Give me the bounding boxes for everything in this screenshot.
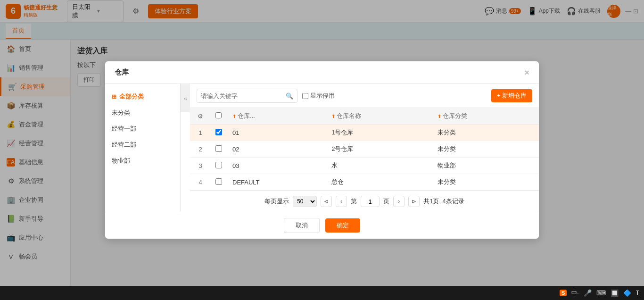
- settings-icon: ⚙: [198, 113, 203, 120]
- diamond-icon[interactable]: 🔷: [623, 289, 631, 297]
- per-page-select[interactable]: 102050100: [293, 196, 317, 207]
- row-num: 1: [190, 125, 211, 141]
- pagination-summary: 共1页, 4条记录: [423, 197, 464, 206]
- row-category: 物业部: [433, 158, 539, 174]
- show-disabled-checkbox[interactable]: [302, 93, 308, 99]
- screen-icon[interactable]: 🔲: [611, 289, 619, 297]
- warehouse-modal: 仓库 × ⊞ 全部分类 未分类 经营一部 经营二部: [105, 61, 539, 239]
- col-settings: ⚙: [190, 108, 211, 125]
- row-num: 4: [190, 174, 211, 191]
- row-category: 未分类: [433, 174, 539, 191]
- modal-title: 仓库: [115, 68, 129, 77]
- row-checkbox-cell: [211, 174, 228, 191]
- add-warehouse-btn[interactable]: + 新增仓库: [491, 89, 532, 102]
- microphone-icon[interactable]: 🎤: [584, 289, 592, 297]
- warehouse-table: ⚙ ⬆ 仓库...: [190, 108, 539, 191]
- row-code: 03: [228, 158, 327, 174]
- row-checkbox-cell: [211, 125, 228, 141]
- modal-toolbar: 🔍 显示停用 + 新增仓库: [190, 84, 539, 108]
- row-checkbox[interactable]: [215, 145, 222, 152]
- table-row[interactable]: 1 01 1号仓库 未分类: [190, 125, 539, 141]
- modal-pagination: 每页显示 102050100 ⊲ ‹ 第 页 › ⊳ 共1页, 4条记录: [190, 191, 539, 212]
- row-code: DEFAULT: [228, 174, 327, 191]
- row-name: 1号仓库: [327, 125, 433, 141]
- category-ops2[interactable]: 经营二部: [105, 137, 180, 153]
- category-unclassified[interactable]: 未分类: [105, 105, 180, 121]
- row-code: 01: [228, 125, 327, 141]
- sidebar-collapse-btn[interactable]: «: [181, 84, 190, 112]
- col-category: ⬆ 仓库分类: [433, 108, 539, 125]
- sort-icon: ⬆: [232, 114, 236, 119]
- sort-icon2: ⬆: [331, 114, 335, 119]
- modal-overlay: 仓库 × ⊞ 全部分类 未分类 经营一部 经营二部: [0, 0, 644, 300]
- col-name: ⬆ 仓库名称: [327, 108, 433, 125]
- page-label-after: 页: [383, 197, 389, 206]
- prev-page-btn[interactable]: ‹: [336, 196, 347, 207]
- row-checkbox[interactable]: [215, 178, 222, 185]
- col-code: ⬆ 仓库...: [228, 108, 327, 125]
- row-checkbox[interactable]: [215, 162, 222, 168]
- keyboard-icon[interactable]: ⌨: [596, 289, 606, 297]
- bottom-bar: S 中· 🎤 ⌨ 🔲 🔷 T: [0, 286, 644, 300]
- row-category: 未分类: [433, 141, 539, 158]
- confirm-button[interactable]: 确定: [325, 218, 360, 233]
- category-property[interactable]: 物业部: [105, 153, 180, 169]
- row-category: 未分类: [433, 125, 539, 141]
- row-name: 水: [327, 158, 433, 174]
- modal-category-sidebar: ⊞ 全部分类 未分类 经营一部 经营二部 物业部: [105, 84, 181, 212]
- modal-close-btn[interactable]: ×: [524, 68, 529, 77]
- last-page-btn[interactable]: ⊳: [408, 196, 420, 207]
- grid-icon: ⊞: [112, 93, 116, 100]
- row-checkbox[interactable]: [215, 129, 222, 135]
- chinese-input-label: 中·: [571, 289, 578, 297]
- category-all[interactable]: ⊞ 全部分类: [105, 89, 180, 105]
- modal-header: 仓库 ×: [105, 61, 539, 84]
- cancel-button[interactable]: 取消: [284, 218, 320, 233]
- table-row[interactable]: 3 03 水 物业部: [190, 158, 539, 174]
- table-row[interactable]: 2 02 2号仓库 未分类: [190, 141, 539, 158]
- next-page-btn[interactable]: ›: [393, 196, 405, 207]
- sort-icon3: ⬆: [438, 114, 441, 119]
- text-icon: T: [636, 290, 639, 296]
- category-ops1[interactable]: 经营一部: [105, 121, 180, 137]
- modal-main: 🔍 显示停用 + 新增仓库 ⚙: [190, 84, 539, 212]
- col-checkbox: [211, 108, 228, 125]
- search-input[interactable]: [197, 92, 282, 100]
- modal-footer: 取消 确定: [105, 212, 539, 239]
- modal-table: ⚙ ⬆ 仓库...: [190, 108, 539, 191]
- row-name: 2号仓库: [327, 141, 433, 158]
- row-checkbox-cell: [211, 158, 228, 174]
- modal-body: ⊞ 全部分类 未分类 经营一部 经营二部 物业部 «: [105, 84, 539, 212]
- select-all-checkbox[interactable]: [215, 112, 222, 118]
- row-checkbox-cell: [211, 141, 228, 158]
- show-disabled-label: 显示停用: [302, 92, 335, 100]
- row-num: 2: [190, 141, 211, 158]
- row-code: 02: [228, 141, 327, 158]
- table-row[interactable]: 4 DEFAULT 总仓 未分类: [190, 174, 539, 191]
- page-label-before: 第: [351, 197, 357, 206]
- row-num: 3: [190, 158, 211, 174]
- search-icon[interactable]: 🔍: [282, 92, 297, 100]
- search-box: 🔍: [197, 89, 297, 103]
- current-page-input[interactable]: [361, 196, 380, 207]
- s-logo: S: [560, 290, 567, 296]
- row-name: 总仓: [327, 174, 433, 191]
- first-page-btn[interactable]: ⊲: [321, 196, 332, 207]
